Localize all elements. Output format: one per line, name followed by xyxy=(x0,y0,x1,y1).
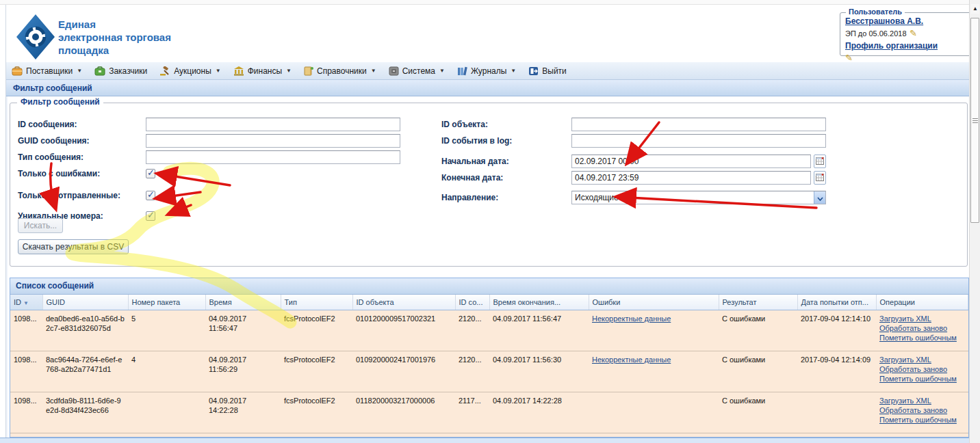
start-date-input[interactable] xyxy=(571,155,811,168)
download-csv-button[interactable]: Скачать результаты в CSV xyxy=(18,239,129,254)
cell-attempt-date: 2017-09-04 12:14:10 xyxy=(797,310,876,351)
edit-pencil-icon[interactable]: ✎ xyxy=(910,28,917,38)
start-date-calendar-button[interactable] xyxy=(814,155,826,168)
error-details-link[interactable]: Некорректные данные xyxy=(592,355,671,364)
journals-icon xyxy=(457,66,467,76)
table-row[interactable]: 1098... 3cdfda9b-8111-6d6e-9e2d-8d34f423… xyxy=(10,392,968,433)
cell-result: С ошибками xyxy=(719,351,797,392)
cell-type: fcsProtocolEF2 xyxy=(281,351,352,392)
column-header-operations[interactable]: Операции xyxy=(876,295,968,310)
menu-logout[interactable]: Выйти xyxy=(528,66,567,76)
label-message-guid: GUID сообщения: xyxy=(18,136,90,146)
filter-legend: Фильтр сообщений xyxy=(17,97,103,107)
grid-title: Список сообщений xyxy=(10,278,968,295)
message-id-input[interactable] xyxy=(146,118,400,131)
op-load-xml-link[interactable]: Загрузить XML xyxy=(879,396,965,405)
cell-guid: 3cdfda9b-8111-6d6e-9e2d-8d34f423ec66 xyxy=(42,392,128,433)
end-date-input[interactable] xyxy=(571,171,811,185)
label-end-date: Конечная дата: xyxy=(441,173,503,183)
message-type-input[interactable] xyxy=(146,150,400,164)
cell-type: fcsContractSign xyxy=(281,433,352,438)
cell-object-id: 0118200003217000006 xyxy=(352,392,455,433)
user-name-link[interactable]: Бесстрашнова А.В. xyxy=(845,16,923,26)
cell-package xyxy=(128,392,205,433)
cert-expiry-text: ЭП до 05.06.2018 xyxy=(845,29,907,38)
op-load-xml-link[interactable]: Загрузить XML xyxy=(879,314,965,323)
cell-event-id: 2120... xyxy=(455,310,489,351)
log-event-id-input[interactable] xyxy=(571,134,826,148)
cell-result: С ошибками xyxy=(719,310,797,351)
column-header-type[interactable]: Тип xyxy=(281,295,352,310)
cell-end-time: 04.09.2017 11:56:47 xyxy=(489,310,589,351)
label-only-errors: Только с ошибками: xyxy=(18,169,100,178)
select-chevron-button[interactable] xyxy=(814,191,825,204)
cell-end-time: 04.09.2017 22:54:48 xyxy=(489,433,589,438)
chevron-down-icon: ▼ xyxy=(216,68,221,74)
vertical-scrollbar[interactable]: ▲ xyxy=(969,0,980,443)
header: Единая электронная торговая площадка Пол… xyxy=(6,5,969,62)
briefcase-green-icon xyxy=(94,66,105,76)
menu-auctions[interactable]: Аукционы▼ xyxy=(159,66,221,76)
op-reprocess-link[interactable]: Обработать заново xyxy=(879,405,965,415)
column-header-package[interactable]: Номер пакета xyxy=(128,295,205,310)
op-mark-error-link[interactable]: Пометить ошибочным xyxy=(879,415,965,425)
table-row[interactable]: 1098... 8ac9644a-7264-e6ef-e768-a2b2a774… xyxy=(10,351,968,392)
messages-grid-panel: Список сообщений ID ▼ GUID Номер пакета … xyxy=(10,278,969,438)
search-button[interactable]: Искать... xyxy=(18,218,63,233)
eetp-logo-icon xyxy=(16,14,55,60)
filter-panel: Фильтр сообщений ID сообщения: GUID сооб… xyxy=(10,103,968,267)
only-errors-checkbox[interactable] xyxy=(146,169,155,178)
org-profile-link[interactable]: Профиль организации xyxy=(845,41,938,51)
cell-errors xyxy=(589,392,719,433)
brand-title: Единая электронная торговая площадка xyxy=(58,18,171,57)
cell-result: С ошибками xyxy=(719,433,797,438)
chevron-down-icon: ▼ xyxy=(439,68,445,74)
column-header-id[interactable]: ID ▼ xyxy=(10,295,42,310)
cell-event-id: 2092... xyxy=(455,433,489,438)
menu-suppliers[interactable]: Поставщики▼ xyxy=(12,66,82,76)
label-message-type: Тип сообщения: xyxy=(18,152,83,162)
column-header-end-time[interactable]: Время окончания... xyxy=(489,295,589,310)
op-reprocess-link[interactable]: Обработать заново xyxy=(879,364,965,374)
cell-object-id: 0101200009517002321 xyxy=(352,310,455,351)
column-header-object-id[interactable]: ID объекта xyxy=(352,295,455,310)
user-panel: Пользователь Бесстрашнова А.В. ЭП до 05.… xyxy=(840,12,975,56)
column-header-errors[interactable]: Ошибки xyxy=(589,295,719,310)
sort-desc-icon: ▼ xyxy=(23,300,29,306)
user-panel-legend: Пользователь xyxy=(846,8,905,16)
scroll-up-arrow-icon[interactable]: ▲ xyxy=(971,4,979,14)
error-details-link[interactable]: Некорректные данные xyxy=(592,314,671,323)
table-row[interactable]: 1098... dea0bed6-ea10-a56d-b2c7-e831d326… xyxy=(10,310,968,351)
op-mark-error-link[interactable]: Пометить ошибочным xyxy=(879,374,965,384)
only-unsent-checkbox[interactable] xyxy=(146,191,155,200)
column-header-event-id[interactable]: ID со... xyxy=(455,295,489,310)
unique-numbers-checkbox[interactable] xyxy=(146,211,155,221)
column-header-guid[interactable]: GUID xyxy=(42,295,128,310)
table-row[interactable]: 1098... 88ad878b-8895-98c7-... 5 04.09.2… xyxy=(10,433,968,438)
op-reprocess-link[interactable]: Обработать заново xyxy=(879,323,965,333)
op-mark-error-link[interactable]: Пометить ошибочным xyxy=(879,333,965,343)
object-id-input[interactable] xyxy=(571,118,826,131)
end-date-calendar-button[interactable] xyxy=(814,171,826,185)
column-header-attempt-date[interactable]: Дата попытки отп... xyxy=(797,295,876,310)
op-load-xml-link[interactable]: Загрузить XML xyxy=(879,355,965,364)
direction-select[interactable]: Исходящие xyxy=(571,191,826,204)
menu-finances[interactable]: Финансы▼ xyxy=(233,66,292,76)
column-header-result[interactable]: Результат xyxy=(719,295,797,310)
column-header-time[interactable]: Время xyxy=(205,295,281,310)
cell-guid: dea0bed6-ea10-a56d-b2c7-e831d326075d xyxy=(42,310,128,351)
cell-package: 5 xyxy=(128,310,205,351)
menu-references[interactable]: Справочники▼ xyxy=(304,66,376,76)
cell-object-id: 0443000010017000725 xyxy=(352,433,455,438)
chevron-down-icon: ▼ xyxy=(371,68,376,74)
main-menubar: Поставщики▼ Заказчики Аукционы▼ Финансы▼… xyxy=(6,62,969,80)
menu-system[interactable]: Система▼ xyxy=(389,66,445,76)
label-direction: Направление: xyxy=(441,193,498,202)
horizontal-scrollbar[interactable] xyxy=(0,438,969,443)
scrollbar-thumb[interactable] xyxy=(970,18,979,223)
cell-end-time: 04.09.2017 11:56:30 xyxy=(489,351,589,392)
menu-journals[interactable]: Журналы▼ xyxy=(457,66,516,76)
message-guid-input[interactable] xyxy=(146,134,400,148)
cell-id: 1098... xyxy=(10,351,42,392)
menu-customers[interactable]: Заказчики xyxy=(94,66,147,76)
